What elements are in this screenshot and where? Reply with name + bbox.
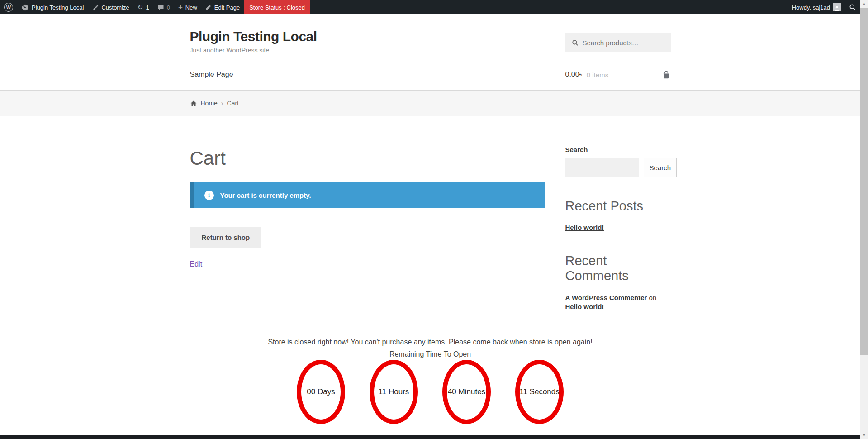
update-arrows-icon: ↻ [138,3,143,11]
search-widget-label: Search [565,146,671,153]
site-tagline: Just another WordPress site [190,47,317,54]
basket-icon [662,70,671,79]
cart-page-content: Cart i Your cart is currently empty. Ret… [190,116,545,312]
wp-logo-menu[interactable]: W [0,0,17,14]
return-to-shop-button[interactable]: Return to shop [190,227,262,248]
breadcrumb-home-link[interactable]: Home [201,100,218,107]
admin-bar-site-name[interactable]: Plugin Testing Local [17,0,88,14]
admin-bar-customize[interactable]: Customize [88,0,133,14]
sidebar-search-input[interactable] [565,158,639,177]
breadcrumb-band: Home › Cart [0,91,860,116]
sidebar-search-button[interactable]: Search [644,158,677,177]
breadcrumb-current: Cart [227,100,239,107]
cart-total: 0.00৳ [565,71,582,79]
admin-bar-search[interactable] [845,0,860,14]
pencil-icon [205,4,212,10]
admin-bar-comments[interactable]: 0 [153,0,174,14]
search-icon [849,4,856,11]
wordpress-logo-icon: W [4,3,13,12]
cart-empty-notice: i Your cart is currently empty. [190,182,545,208]
plus-icon: + [178,3,183,12]
wp-admin-bar: W Plugin Testing Local Customize ↻ 1 [0,0,860,14]
admin-bar-comments-count: 0 [167,4,170,11]
search-widget: Search Search [565,146,671,177]
home-icon [190,100,197,107]
scrollbar-thumb[interactable] [860,8,868,355]
recent-comments-widget: Recent Comments A WordPress Commenter on… [565,253,671,312]
product-search-box[interactable] [565,33,671,52]
edit-page-link[interactable]: Edit [190,260,203,268]
countdown-title: Remaining Time To Open [190,349,671,359]
countdown-hours-circle: 11 Hours [370,360,418,424]
countdown-hours-value: 11 [379,387,387,396]
admin-bar-site-name-label: Plugin Testing Local [32,4,84,11]
cart-items-count: 0 items [587,71,608,79]
countdown-minutes-unit: Minutes [459,387,486,396]
comment-connector: on [647,294,656,301]
dashboard-gauge-icon [21,4,29,11]
header-cart[interactable]: 0.00৳ 0 items [565,70,671,79]
store-closed-section: Store is closed right now! You can't pur… [190,337,671,424]
paintbrush-icon [92,4,99,11]
admin-bar-new-label: New [185,4,197,11]
search-icon [572,39,579,46]
sidebar: Search Search Recent Posts Hello world! … [565,116,671,312]
countdown-circles: 00 Days 11 Hours 40 Minutes 11 Seconds [190,360,671,424]
store-closed-message: Store is closed right now! You can't pur… [190,337,671,347]
recent-post-link[interactable]: Hello world! [565,224,604,231]
breadcrumb: Home › Cart [190,91,671,116]
site-title[interactable]: Plugin Testing Local [190,29,317,44]
recent-posts-title: Recent Posts [565,199,671,214]
countdown-days-unit: Days [318,387,335,396]
countdown-seconds-value: 11 [519,387,527,396]
countdown-days-circle: 00 Days [297,360,345,424]
countdown-seconds-unit: Seconds [530,387,560,396]
product-search-input[interactable] [583,39,664,47]
admin-bar-edit-page-label: Edit Page [214,4,240,11]
user-avatar [833,3,841,11]
howdy-label: Howdy, saj1ad [792,4,830,11]
scrollbar-down-arrow[interactable]: ▼ [860,431,868,439]
nav-sample-page[interactable]: Sample Page [190,71,233,79]
store-status-badge[interactable]: Store Status : Closed [244,0,310,14]
page-title: Cart [190,148,545,169]
site-branding: Plugin Testing Local Just another WordPr… [190,29,317,54]
admin-bar-updates[interactable]: ↻ 1 [133,0,153,14]
admin-bar-customize-label: Customize [101,4,129,11]
recent-comments-title: Recent Comments [565,253,671,283]
comment-post-link[interactable]: Hello world! [565,303,604,310]
scrollbar-up-arrow[interactable]: ▲ [860,0,868,8]
comment-bubble-icon [157,4,164,11]
browser-viewport: W Plugin Testing Local Customize ↻ 1 [0,0,868,439]
countdown-seconds-circle: 11 Seconds [515,360,564,424]
scrollbar[interactable]: ▲ ▼ [860,0,868,439]
countdown-minutes-circle: 40 Minutes [442,360,491,424]
countdown-hours-unit: Hours [389,387,409,396]
admin-bar-updates-count: 1 [146,4,149,11]
site-header: Plugin Testing Local Just another WordPr… [0,14,860,91]
countdown-days-value: 00 [307,387,315,396]
countdown-minutes-value: 40 [448,387,456,396]
admin-bar-new[interactable]: + New [174,0,201,14]
recent-comment-item: A WordPress Commenter on Hello world! [565,293,663,312]
comment-author-link[interactable]: A WordPress Commenter [565,294,647,301]
footer-strip [0,435,860,439]
info-icon: i [204,191,214,200]
admin-bar-edit-page[interactable]: Edit Page [201,0,244,14]
store-status-label: Store Status : Closed [249,4,305,11]
cart-empty-notice-text: Your cart is currently empty. [220,191,311,199]
admin-bar-my-account[interactable]: Howdy, saj1ad [788,0,845,14]
recent-posts-widget: Recent Posts Hello world! [565,199,671,232]
breadcrumb-separator: › [221,100,223,107]
